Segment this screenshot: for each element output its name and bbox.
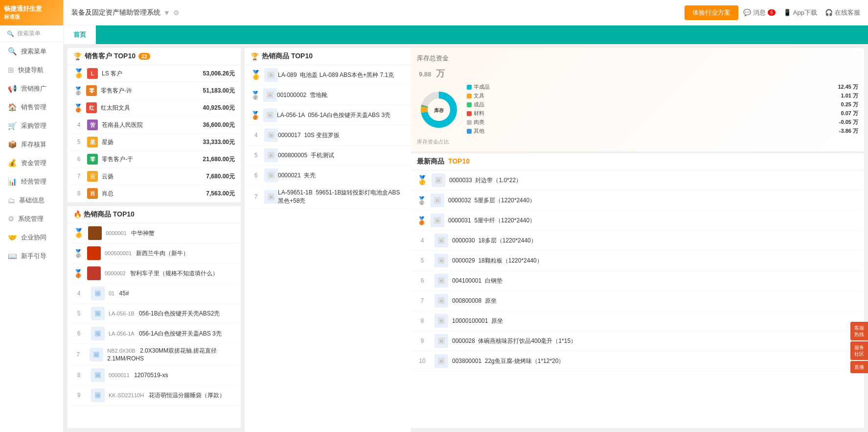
sidebar-icon-guide: 📖 (8, 252, 17, 261)
sidebar-search[interactable]: 🔍 搜索菜单 (0, 25, 63, 42)
customer-badge: 云 (87, 171, 98, 182)
product-thumb-placeholder: G (432, 173, 445, 187)
tab-home[interactable]: 首页 (64, 25, 96, 44)
online-service-action[interactable]: 🎧 在线客服 (825, 8, 860, 17)
sidebar-item-finance[interactable]: 💰资金管理 (0, 154, 63, 172)
customer-name: 苍南县人民医院 (102, 121, 203, 129)
rank-number: 6 (417, 277, 428, 284)
sidebar-item-purchase[interactable]: 🛒采购管理 (0, 117, 63, 135)
svg-text:G: G (269, 93, 272, 97)
product-thumb-placeholder: G (434, 354, 448, 368)
product-code: 01 (109, 290, 114, 296)
legend-item: 肉类 -0.05 万 (467, 119, 858, 126)
product-thumb-placeholder: G (264, 68, 278, 82)
trial-btn[interactable]: 体验行业方案 (685, 5, 738, 20)
app-download-action[interactable]: 📱 App下载 (783, 8, 817, 17)
rank-number: 6 (73, 330, 84, 337)
new-product-code-name: 003800001 22g鱼豆腐-烧烤味（1*12*20） (452, 357, 564, 365)
rank-number: 9 (73, 392, 84, 399)
logo-title: 畅捷通好生意 (4, 5, 42, 13)
customer-badge: 苦 (87, 120, 98, 130)
new-product-row: 🥈 G 0000032 5厘多层（1220*2440） (411, 191, 864, 211)
product-info: KK-SD22110H 花语萌恒温分腿睡袋（厚款） (109, 391, 225, 400)
product-name: 056-1B白色按键开关壳ABS2壳 (139, 310, 220, 317)
product-thumb-placeholder: G (431, 214, 444, 227)
sidebar-item-inventory[interactable]: 📦库存核算 (0, 135, 63, 154)
product-sales-row: 🥈 G 001000002 雪地靴 (245, 85, 411, 105)
livestream-btn[interactable]: 直播 (850, 361, 868, 373)
headset-icon: 🎧 (825, 9, 833, 16)
inventory-donut-chart: 库存 (417, 88, 461, 132)
product-code-name: LA-089 电池盖 LA-089 ABS本色+黑种 7.1克 (278, 71, 405, 79)
sidebar-item-nav[interactable]: ⊞快捷导航 (0, 61, 63, 79)
product-thumb-placeholder: G (434, 294, 448, 308)
product-code-name: 001000002 雪地靴 (277, 91, 405, 99)
product-name: 中华神蟹 (131, 230, 155, 237)
online-service-label: 在线客服 (835, 8, 860, 17)
rank-number: 8 (73, 372, 84, 379)
product-name: 45# (119, 290, 129, 297)
customer-top10-row: 🥇 L LS 客户 53,006.26元 (68, 65, 241, 82)
sidebar-icon-nav: ⊞ (8, 66, 14, 74)
new-product-code-name: 0000033 封边带（1.0*22） (449, 176, 522, 185)
customer-amount: 51,183.00元 (203, 87, 235, 95)
sidebar-label-inventory: 库存核算 (21, 140, 46, 149)
product-code: KK-SD22110H (109, 392, 144, 398)
sidebar-item-basic[interactable]: 🗂基础信息 (0, 191, 63, 210)
customer-service-btn[interactable]: 客服热线 (850, 322, 868, 340)
product-thumb-placeholder: G (91, 307, 105, 320)
hot-product-row: 9 G KK-SD22110H 花语萌恒温分腿睡袋（厚款） (68, 385, 241, 406)
product-thumb-placeholder: G (434, 274, 448, 288)
sidebar-item-sales[interactable]: 🏠销售管理 (0, 98, 63, 117)
dropdown-icon[interactable]: ▼ (163, 9, 170, 17)
inventory-amount-area: 9.88 万 (417, 67, 858, 79)
content-area: 🏆 销售客户 TOP10 22 🥇 L LS 客户 53,006.26元 🥈 零… (64, 44, 868, 432)
rank-medal: 🥈 (251, 91, 260, 100)
community-btn[interactable]: 服务社区 (850, 341, 868, 360)
sidebar-item-system[interactable]: ⚙系统管理 (0, 210, 63, 228)
hot-product-row: 6 G LA-056-1A 056-1A白色按键开关盖ABS 3壳 (68, 324, 241, 344)
hot-product-row: 5 G LA-056-1B 056-1B白色按键开关壳ABS2壳 (68, 304, 241, 324)
settings-icon[interactable]: ⚙ (173, 9, 180, 17)
logo-subtitle: 标准版 (4, 13, 42, 20)
new-products-card: 最新商品 TOP10 🥇 G 0000033 封边带（1.0*22） 🥈 G 0… (411, 153, 864, 428)
sidebar-icon-marketing: 📢 (8, 84, 17, 93)
rank-number: 8 (73, 190, 84, 197)
message-action[interactable]: 💬 消息 6 (743, 8, 776, 17)
sidebar-item-guide[interactable]: 📖新手引导 (0, 247, 63, 265)
sidebar-label-search: 搜索菜单 (21, 47, 46, 56)
product-thumb-placeholder: G (434, 314, 448, 328)
sidebar-item-operation[interactable]: 📊经营管理 (0, 172, 63, 191)
product-thumb-placeholder: G (91, 287, 105, 300)
inventory-title: 库存总资金 (417, 54, 449, 63)
rank-medal: 🥈 (73, 249, 83, 258)
sidebar-item-marketing[interactable]: 📢营销推广 (0, 79, 63, 98)
sidebar-item-company[interactable]: 🤝企业协同 (0, 228, 63, 247)
legend-value: 0.25 万 (841, 101, 858, 108)
product-info: 01 45# (109, 290, 129, 297)
customer-badge: L (87, 68, 98, 79)
customer-top10-row: 5 星 星扬 33,333.00元 (68, 134, 241, 151)
product-thumb-placeholder: G (91, 388, 105, 402)
sidebar-icon-finance: 💰 (8, 159, 17, 168)
customer-name: 星扬 (102, 138, 203, 146)
sidebar-item-search[interactable]: 🔍搜索菜单 (0, 42, 63, 61)
rank-number: 7 (417, 297, 428, 304)
hot-product-row: 🥈 000500001 新西兰牛肉（新牛） (68, 243, 241, 264)
svg-text:G: G (96, 393, 99, 398)
product-sales-row: 5 G 000800005 手机测试 (245, 145, 411, 166)
legend-color-dot (467, 94, 472, 98)
legend-label: 文具 (474, 92, 839, 99)
legend-label: 半成品 (474, 83, 836, 91)
rank-medal: 🥉 (73, 269, 83, 278)
legend-item: 半成品 12.45 万 (467, 83, 858, 91)
product-sales-row: 7 G LA-59651-1B 59651-1B旋转投影灯电池盒ABS黑色+58… (245, 186, 411, 209)
app-download-label: App下载 (793, 8, 817, 17)
customer-name: 零售客户-许 (101, 87, 203, 95)
legend-value: 0.07 万 (841, 110, 858, 117)
svg-text:G: G (440, 339, 443, 343)
inventory-amount-value: 9.88 (419, 71, 431, 78)
message-badge: 6 (768, 9, 776, 16)
product-thumb-placeholder: G (263, 88, 277, 102)
svg-text:G: G (270, 133, 273, 138)
